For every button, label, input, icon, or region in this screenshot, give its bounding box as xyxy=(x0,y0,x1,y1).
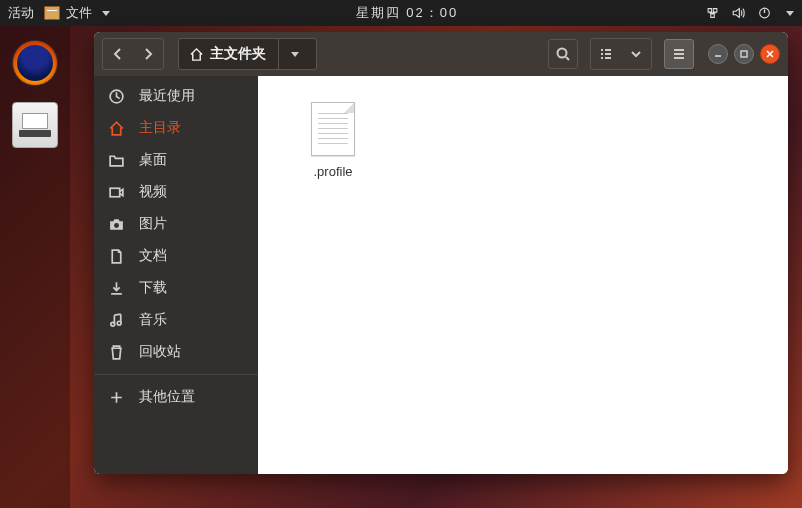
nav-group xyxy=(102,38,164,70)
file-name: .profile xyxy=(288,164,378,179)
system-menu-chevron-icon[interactable] xyxy=(786,11,794,16)
home-icon xyxy=(189,47,204,62)
sidebar-item-music[interactable]: 音乐 xyxy=(94,304,258,336)
sidebar-item-folder[interactable]: 桌面 xyxy=(94,144,258,176)
plus-icon xyxy=(108,389,125,406)
svg-rect-2 xyxy=(741,51,747,57)
close-button[interactable] xyxy=(760,44,780,64)
folder-icon xyxy=(108,152,125,169)
dock-firefox[interactable] xyxy=(12,40,58,86)
sidebar-item-label: 回收站 xyxy=(139,343,181,361)
maximize-button[interactable] xyxy=(734,44,754,64)
volume-icon[interactable] xyxy=(730,6,746,20)
trash-icon xyxy=(108,344,125,361)
music-icon xyxy=(108,312,125,329)
activities-button[interactable]: 活动 xyxy=(8,4,34,22)
clock[interactable]: 星期四 02：00 xyxy=(110,4,704,22)
sidebar-item-clock[interactable]: 最近使用 xyxy=(94,80,258,112)
sidebar-item-label: 图片 xyxy=(139,215,167,233)
sidebar-item-other[interactable]: 其他位置 xyxy=(94,381,258,413)
video-icon xyxy=(108,184,125,201)
sidebar-item-label: 下载 xyxy=(139,279,167,297)
app-menu[interactable]: 文件 xyxy=(44,4,110,22)
network-icon[interactable] xyxy=(704,6,720,20)
minimize-button[interactable] xyxy=(708,44,728,64)
dock-files[interactable] xyxy=(12,102,58,148)
window-controls xyxy=(708,44,780,64)
file-item[interactable]: .profile xyxy=(288,102,378,179)
sidebar-item-home[interactable]: 主目录 xyxy=(94,112,258,144)
sidebar-item-download[interactable]: 下载 xyxy=(94,272,258,304)
file-manager-window: 主文件夹 最近使用主目录桌面视频图片文档下载音乐回收站其他位置 .profile xyxy=(94,32,788,474)
sidebar-item-label: 其他位置 xyxy=(139,388,195,406)
camera-icon xyxy=(108,216,125,233)
path-bar[interactable]: 主文件夹 xyxy=(178,38,317,70)
chevron-down-icon xyxy=(102,11,110,16)
hamburger-menu-button[interactable] xyxy=(664,39,694,69)
sidebar-item-camera[interactable]: 图片 xyxy=(94,208,258,240)
sidebar-item-doc[interactable]: 文档 xyxy=(94,240,258,272)
content-area[interactable]: .profile xyxy=(258,76,788,474)
svg-point-7 xyxy=(117,321,121,325)
sidebar-item-label: 视频 xyxy=(139,183,167,201)
view-list-button[interactable] xyxy=(591,39,621,69)
document-icon xyxy=(311,102,355,156)
sidebar-item-trash[interactable]: 回收站 xyxy=(94,336,258,368)
sidebar-item-label: 桌面 xyxy=(139,151,167,169)
clock-icon xyxy=(108,88,125,105)
svg-point-1 xyxy=(558,49,567,58)
sidebar-item-label: 主目录 xyxy=(139,119,181,137)
titlebar: 主文件夹 xyxy=(94,32,788,76)
sidebar: 最近使用主目录桌面视频图片文档下载音乐回收站其他位置 xyxy=(94,76,258,474)
forward-button[interactable] xyxy=(133,39,163,69)
svg-rect-4 xyxy=(110,188,120,197)
sidebar-item-label: 最近使用 xyxy=(139,87,195,105)
dock xyxy=(0,26,70,508)
download-icon xyxy=(108,280,125,297)
svg-point-6 xyxy=(111,322,115,326)
path-label: 主文件夹 xyxy=(210,45,266,63)
home-icon xyxy=(108,120,125,137)
back-button[interactable] xyxy=(103,39,133,69)
view-dropdown-button[interactable] xyxy=(621,39,651,69)
sidebar-item-label: 音乐 xyxy=(139,311,167,329)
path-dropdown[interactable] xyxy=(278,39,306,69)
sidebar-item-label: 文档 xyxy=(139,247,167,265)
sidebar-item-video[interactable]: 视频 xyxy=(94,176,258,208)
doc-icon xyxy=(108,248,125,265)
file-manager-icon xyxy=(44,6,60,20)
app-menu-label: 文件 xyxy=(66,4,92,22)
view-group xyxy=(590,38,652,70)
power-icon[interactable] xyxy=(756,6,772,20)
top-bar: 活动 文件 星期四 02：00 xyxy=(0,0,802,26)
svg-point-5 xyxy=(114,223,119,228)
search-button[interactable] xyxy=(548,39,578,69)
